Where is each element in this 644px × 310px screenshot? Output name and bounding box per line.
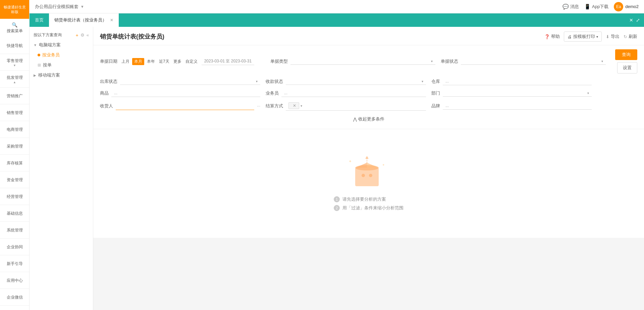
doc-icon: ⊞ [38, 63, 41, 67]
salesman-label: 业务员 [266, 90, 279, 96]
query-button[interactable]: 查询 [615, 49, 637, 60]
tree-desktop-label: 电脑端方案 [39, 42, 61, 48]
filter-row-3: 商品 ... 业务员 ... 部门 [100, 89, 637, 97]
date-range-value[interactable]: 2023-03-01 至 2023-03-31 [202, 58, 254, 65]
message-button[interactable]: 💬 消息 [562, 4, 579, 10]
message-icon: 💬 [562, 4, 569, 10]
export-button[interactable]: ⬇ 导出 [606, 34, 620, 40]
refresh-button[interactable]: ↻ 刷新 [624, 34, 637, 40]
tree-expand-icon: ▼ [34, 43, 37, 47]
sidebar-sales-label: 销售管理 [7, 110, 23, 116]
salesman-select[interactable]: ... [281, 89, 426, 97]
topbar: 办公用品行业模拟账套 ▾ 💬 消息 📱 App下载 Ea demo2 [30, 0, 644, 13]
date-tab-last-month[interactable]: 上月 [120, 58, 131, 65]
empty-hints: 1 请先选择要分析的方案 2 用「过滤」条件来缩小分析范围 [334, 196, 404, 211]
date-tab-7-days[interactable]: 近7天 [158, 58, 171, 65]
warehouse-more-icon: ... [445, 79, 449, 84]
settings-scheme-icon[interactable]: ⚙ [80, 33, 85, 38]
tree-salesman-label: 按业务员 [42, 52, 60, 58]
filter-payment-group: 收款状态 ▾ [266, 78, 426, 85]
empty-svg: ✦ ✦ · [348, 156, 389, 190]
date-tab-custom[interactable]: 自定义 [184, 58, 199, 65]
app-download-button[interactable]: 📱 App下载 [584, 4, 608, 10]
tree-node-mobile[interactable]: ▶ 移动端方案 [30, 70, 93, 80]
payment-dropdown-icon: ▾ [422, 80, 423, 83]
sidebar-item-finance[interactable]: 资金管理 [0, 171, 29, 188]
tree-node-desktop[interactable]: ▼ 电脑端方案 [30, 40, 93, 50]
sidebar-newbie-label: 新手引导 [7, 261, 23, 267]
ship-select[interactable]: ▾ [120, 78, 260, 85]
sidebar-item-apps[interactable]: 应用中心 [0, 272, 29, 289]
sidebar-item-member[interactable]: 畅会员 [0, 306, 29, 310]
settlement-tag-close-icon[interactable]: ✕ [293, 103, 296, 108]
warehouse-select[interactable]: ... [443, 78, 592, 85]
sidebar-item-wholesale[interactable]: 批发管理 ▲ [0, 71, 29, 88]
tab-close-icon[interactable]: ✕ [110, 18, 113, 22]
collapse-more-button[interactable]: ⋀ 收起更多条件 [351, 113, 387, 125]
tab-home[interactable]: 首页 [30, 13, 49, 27]
collapse-panel-icon[interactable]: « [87, 33, 89, 38]
sidebar-item-operation[interactable]: 经营管理 [0, 188, 29, 205]
filter-row-1: 单据日期 上月 本月 本年 近7天 更多 自定义 2023-03-01 至 20… [100, 49, 637, 73]
sidebar-item-system[interactable]: 系统管理 [0, 222, 29, 239]
add-scheme-icon[interactable]: + [76, 33, 78, 38]
goods-select[interactable]: ... [111, 89, 260, 97]
sidebar-item-quick-nav[interactable]: 快捷导航 [0, 37, 29, 54]
message-label: 消息 [570, 4, 579, 10]
dept-label: 部门 [431, 90, 440, 96]
payment-label: 收款状态 [266, 79, 283, 85]
export-label: 导出 [611, 34, 620, 40]
sidebar-item-ecommerce[interactable]: 电商管理 [0, 121, 29, 138]
doctype-select[interactable]: ▾ [290, 58, 435, 65]
sidebar-quicknav-label: 快捷导航 [7, 43, 23, 49]
sidebar-ecommerce-label: 电商管理 [7, 127, 23, 133]
empty-state: ✦ ✦ · 1 请先选择要分析的方案 [93, 129, 644, 238]
app-download-label: App下载 [592, 4, 608, 10]
docstatus-select[interactable]: ▾ [461, 58, 606, 65]
sidebar-item-search[interactable]: 🔍 搜索菜单 [0, 19, 29, 37]
sidebar-item-retail[interactable]: 零售管理 ▼ [0, 54, 29, 71]
tab-home-label: 首页 [35, 17, 44, 23]
tab-maximize-icon[interactable]: ⤢ [636, 17, 640, 23]
settings-button[interactable]: 设置 [617, 62, 637, 73]
recipient-input[interactable] [116, 102, 254, 110]
sidebar-item-enterprise[interactable]: 企业协同 [0, 239, 29, 255]
hint1-num: 1 [334, 196, 340, 202]
payment-select[interactable]: ▾ [286, 78, 426, 85]
sidebar-item-sales[interactable]: 销售管理 [0, 104, 29, 121]
user-area[interactable]: Ea demo2 [614, 2, 639, 11]
sidebar-item-marketing[interactable]: 营销推广 [0, 88, 29, 104]
date-tab-this-month[interactable]: 本月 [132, 58, 144, 65]
help-button[interactable]: ❓ 帮助 [544, 34, 560, 40]
sidebar-item-purchase[interactable]: 采购管理 [0, 138, 29, 155]
tree-child-salesman[interactable]: 按业务员 [30, 50, 93, 60]
dept-select[interactable]: ▾ [443, 90, 592, 97]
brand-select[interactable]: ... [443, 102, 592, 110]
sidebar-item-basic[interactable]: 基础信息 [0, 205, 29, 222]
date-tabs-group: 上月 本月 本年 近7天 更多 自定义 [120, 58, 199, 65]
template-print-button[interactable]: 🖨 按模板打印 ▾ [564, 32, 602, 42]
date-tab-this-year[interactable]: 本年 [146, 58, 156, 65]
sidebar-item-wechat[interactable]: 企业微信 [0, 289, 29, 306]
tree-child-document[interactable]: ⊞ 按单 [30, 60, 93, 70]
settlement-select[interactable]: ✕ ▾ [286, 101, 426, 111]
wholesale-arrow-icon: ▲ [13, 81, 16, 84]
filter-doctype-group: 单据类型 ▾ [270, 58, 435, 65]
dept-dropdown-icon: ▾ [587, 91, 589, 95]
sidebar-wechat-label: 企业微信 [7, 295, 23, 300]
docstatus-dropdown-icon: ▾ [601, 59, 603, 63]
svg-text:·: · [352, 177, 353, 180]
sidebar-item-newbie[interactable]: 新手引导 [0, 255, 29, 272]
sidebar-item-stock[interactable]: 库存核算 [0, 155, 29, 171]
logo-area[interactable]: 畅捷通好生意 标版 [0, 0, 29, 19]
date-tab-more[interactable]: 更多 [172, 58, 183, 65]
tab-sales-stats[interactable]: 销货单统计表（按业务员） ✕ [49, 13, 119, 27]
print-label: 按模板打印 [573, 34, 595, 40]
tree-mobile-arrow-icon: ▶ [34, 73, 36, 77]
page-actions: ❓ 帮助 🖨 按模板打印 ▾ ⬇ 导出 ↻ [544, 32, 637, 42]
svg-rect-0 [355, 168, 379, 186]
recipient-more-icon[interactable]: ··· [257, 104, 260, 108]
company-dropdown-arrow-icon[interactable]: ▾ [81, 4, 84, 9]
settlement-label: 结算方式 [266, 103, 283, 109]
tab-close-all-icon[interactable]: ✕ [629, 17, 633, 23]
